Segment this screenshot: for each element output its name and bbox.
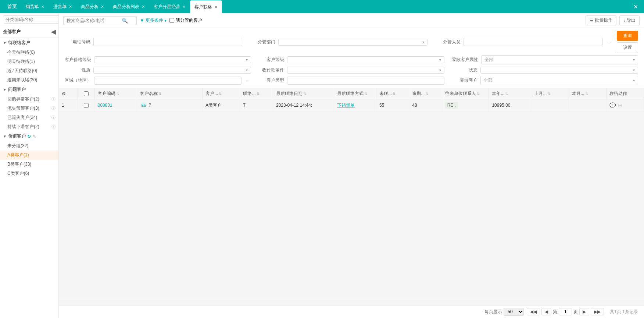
filter-search-input[interactable] (67, 18, 122, 23)
nav-home[interactable]: 首页 (3, 0, 21, 13)
filter-cell-region: 区域（地区） ··· (65, 77, 251, 85)
close-tab-icon[interactable]: ✕ (69, 4, 72, 9)
filter-search-box: 🔍 (63, 16, 137, 25)
sidebar-item-ungroup[interactable]: 未分组(32) (0, 141, 58, 151)
filter-cell-customer-type: 客户类型 (258, 77, 445, 85)
retail-attr-select[interactable]: 全部 ▾ (481, 55, 638, 64)
message-icon[interactable]: 💬 (609, 102, 616, 108)
phone-input[interactable] (93, 38, 242, 46)
page-label-before: 第 (553, 309, 557, 315)
retail-select[interactable]: 全部 ▾ (480, 76, 638, 85)
sidebar-item-churn-warning[interactable]: 流失预警客户(3) ⓘ (0, 104, 58, 113)
page-size-select[interactable]: 10 20 50 100 (504, 308, 524, 316)
my-customers-checkbox[interactable] (169, 18, 174, 23)
sort-icon[interactable]: ⇅ (393, 92, 396, 96)
sidebar-collapse-icon[interactable]: ◀ (51, 28, 56, 35)
status-select[interactable]: ▾ (480, 67, 638, 74)
region-dots-icon[interactable]: ··· (244, 78, 251, 83)
customer-type-input[interactable] (287, 77, 445, 85)
sidebar-item-today[interactable]: 今天待联络(0) (0, 48, 58, 57)
sidebar-item-b-class[interactable]: B类客户(33) (0, 160, 58, 169)
close-tab-icon[interactable]: ✕ (182, 4, 186, 9)
page-number-input[interactable] (559, 308, 572, 315)
close-tab-icon[interactable]: ✕ (214, 5, 218, 10)
nav-tab-sales[interactable]: 销货单 ✕ (21, 0, 49, 13)
col-contact-label: 联络... (243, 91, 255, 97)
sidebar-item-a-class[interactable]: A类客户(1) (0, 151, 58, 160)
sidebar-item-declining[interactable]: 持续下滑客户(2) ⓘ (0, 122, 58, 131)
query-button[interactable]: 查询 (617, 31, 638, 41)
close-tab-icon[interactable]: ✕ (142, 4, 145, 9)
dept-select[interactable]: ▾ (278, 39, 427, 46)
th-gear[interactable]: ⚙ (59, 88, 78, 99)
sort-icon[interactable]: ⇅ (158, 92, 161, 96)
filter-cell-dept: 分管部门 ▾ (250, 39, 427, 46)
horizontal-scrollbar[interactable] (59, 300, 644, 305)
close-tab-icon[interactable]: ✕ (101, 4, 104, 9)
batch-operation-button[interactable]: ☰ 批量操作 (586, 15, 616, 25)
nav-tab-analysis[interactable]: 商品分析 ✕ (76, 0, 108, 13)
select-all-checkbox[interactable] (84, 91, 89, 96)
window-close-button[interactable]: ✕ (630, 2, 641, 12)
col-uncontact-label: 未联... (379, 91, 392, 97)
uncontact-days: 55 (376, 99, 409, 112)
sort-icon[interactable]: ⇅ (477, 92, 480, 96)
next-page-button[interactable]: ▶ (579, 308, 589, 315)
col-name-label: 客户名称 (140, 91, 158, 97)
sidebar-item-churned[interactable]: 已流失客户(24) ⓘ (0, 113, 58, 122)
sidebar: 🔍 全部客户 ◀ ▼ 待联络客户 今天待联络(0) 明天待联络(1) 近7天待联… (0, 13, 59, 318)
contact-count-cell: 7 (240, 99, 273, 112)
manager-dots-icon[interactable]: ··· (606, 39, 612, 45)
sidebar-item-c-class[interactable]: C类客户(6) (0, 169, 58, 178)
refresh-icon[interactable]: ↻ (27, 134, 31, 139)
edit-icon[interactable]: ✎ (32, 134, 36, 139)
customer-name[interactable]: Ea? (137, 99, 203, 112)
top-navigation: 首页 销货单 ✕ 进货单 ✕ 商品分析 ✕ 商品分析列表 ✕ 客户分层经营 ✕ … (0, 0, 644, 13)
sidebar-search-input[interactable] (3, 15, 59, 24)
region-input[interactable] (94, 77, 242, 85)
customer-code[interactable]: 000031 (94, 99, 137, 112)
prev-page-button[interactable]: ◀ (541, 308, 551, 315)
nav-tab-customer-contact[interactable]: 客户联络 ✕ (190, 0, 222, 14)
sort-icon[interactable]: ⇅ (219, 92, 222, 96)
customer-level-select[interactable]: ▾ (287, 56, 445, 63)
last-page-button[interactable]: ▶▶ (591, 308, 604, 315)
more-conditions-button[interactable]: ▼ 更多条件 ▾ (140, 17, 167, 24)
th-company: 往来单位联系人 ⇅ (442, 88, 489, 99)
sort-icon[interactable]: ⇅ (116, 92, 119, 96)
last-contact-method[interactable]: 下销货单 (334, 99, 376, 112)
close-tab-icon[interactable]: ✕ (41, 4, 44, 9)
sidebar-item-tomorrow[interactable]: 明天待联络(1) (0, 57, 58, 66)
nav-tab-purchase[interactable]: 进货单 ✕ (49, 0, 76, 13)
setting-button[interactable]: 设置 (617, 42, 638, 53)
row-checkbox[interactable] (84, 103, 89, 108)
th-code: 客户编码 ⇅ (94, 88, 137, 99)
payment-select[interactable]: ▾ (287, 67, 445, 74)
nature-select[interactable]: ▾ (93, 67, 251, 74)
group-problem-customers[interactable]: ▼ 问题客户 (0, 85, 58, 95)
group-pending-contact[interactable]: ▼ 待联络客户 (0, 38, 58, 48)
contact-method-link[interactable]: 下销货单 (337, 103, 355, 108)
sidebar-item-repeat-abnormal[interactable]: 回购异常客户(2) ⓘ (0, 95, 58, 104)
group-value-customers[interactable]: ▼ 价值客户 ↻ ✎ (0, 131, 58, 141)
sort-icon[interactable]: ⇅ (425, 92, 428, 96)
gear-icon[interactable]: ⚙ (62, 91, 66, 96)
sidebar-item-overdue[interactable]: 逾期未联络(30) (0, 75, 58, 85)
sort-icon[interactable]: ⇅ (505, 92, 508, 96)
filter-search-icon[interactable]: 🔍 (122, 18, 128, 24)
customer-table: ⚙ 客户编码 ⇅ (59, 88, 644, 112)
sort-icon[interactable]: ⇅ (585, 92, 588, 96)
all-customers-header[interactable]: 全部客户 ◀ (0, 26, 58, 38)
export-button[interactable]: ↓ 导出 (619, 15, 640, 25)
price-level-select[interactable]: ▾ (94, 56, 251, 63)
nav-tab-customer-segment[interactable]: 客户分层经营 ✕ (149, 0, 190, 13)
sort-icon[interactable]: ⇅ (364, 92, 367, 96)
sort-icon[interactable]: ⇅ (303, 92, 306, 96)
qr-icon[interactable]: ⊞ (618, 102, 622, 108)
manager-input[interactable] (464, 38, 603, 46)
nav-tab-analysis-list[interactable]: 商品分析列表 ✕ (108, 0, 149, 13)
sort-icon[interactable]: ⇅ (257, 92, 260, 96)
first-page-button[interactable]: ◀◀ (527, 308, 540, 315)
sidebar-item-7days[interactable]: 近7天待联络(0) (0, 66, 58, 75)
sort-icon[interactable]: ⇅ (547, 92, 550, 96)
